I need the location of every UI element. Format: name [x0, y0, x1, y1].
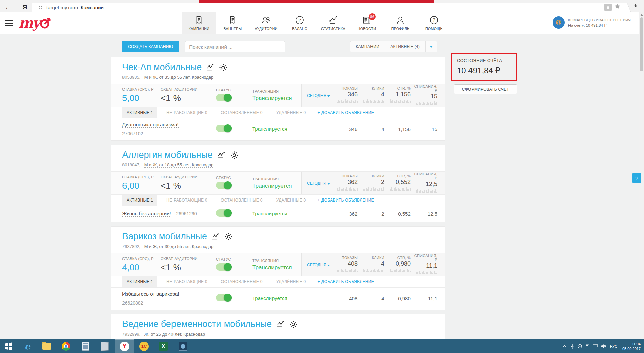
tray-volume-icon[interactable] [601, 344, 606, 348]
bookmark-star-icon[interactable] [614, 3, 621, 9]
nav-audiences[interactable]: АУДИТОРИИ [249, 12, 283, 34]
spent-value: 11,1 [411, 262, 437, 269]
account-state-box: СОСТОЯНИЕ СЧЁТА 10 491,84 ₽ [451, 53, 517, 81]
add-ad-link[interactable]: + ДОБАВИТЬ ОБЪЯВЛЕНИЕ [317, 107, 374, 118]
tray-flag-icon[interactable] [585, 344, 589, 349]
campaign-title-link[interactable]: Аллергия мобильные [122, 150, 213, 160]
nav-banners[interactable]: БАННЕРЫ [216, 12, 249, 34]
campaign-title-link[interactable]: Варикоз мобильные [122, 231, 207, 242]
taskbar-yandex-browser-icon[interactable]: Y [115, 339, 134, 353]
yandex-browser-icon[interactable]: Я [23, 3, 27, 12]
generate-invoice-button[interactable]: СФОРМИРОВАТЬ СЧЕТ [454, 84, 517, 94]
campaign-status-toggle[interactable] [216, 263, 232, 271]
download-icon[interactable] [633, 3, 638, 9]
campaign-status-toggle[interactable] [216, 182, 232, 189]
rate-value[interactable]: 6,00 [122, 181, 161, 191]
campaign-targeting-link[interactable]: Ж, от 25 до 40 лет, Краснодар [144, 332, 205, 337]
period-dropdown[interactable]: СЕГОДНЯ [307, 263, 330, 267]
filter-type[interactable]: КАМПАНИИ [350, 41, 385, 52]
ctr-value: 0,552 [384, 179, 411, 186]
ad-status-toggle[interactable] [216, 209, 232, 217]
filter-dropdown-button[interactable] [426, 41, 437, 52]
rate-value[interactable]: 5,00 [122, 93, 161, 103]
campaign-settings-icon[interactable] [225, 233, 233, 241]
campaign-targeting-link[interactable]: М и Ж, от 18 до 55 лет, Краснодар [144, 162, 213, 168]
period-dropdown[interactable]: СЕГОДНЯ [307, 181, 330, 186]
mytarget-logo[interactable]: my [19, 15, 51, 31]
start-button[interactable] [0, 339, 17, 353]
question-icon: ? [430, 15, 438, 25]
campaign-settings-icon[interactable] [219, 63, 227, 72]
nav-help[interactable]: ? ПОМОЩЬ [417, 12, 451, 34]
filter-status[interactable]: АКТИВНЫЕ (4) [385, 41, 426, 52]
campaign-settings-icon[interactable] [230, 151, 238, 159]
taskbar-excel-icon[interactable]: X [154, 339, 173, 353]
tab-not-working-ads[interactable]: НЕ РАБОТАЮЩИЕ 0 [162, 107, 212, 118]
taskbar-explorer-icon[interactable] [37, 339, 56, 353]
tray-security-icon[interactable] [578, 344, 582, 349]
refresh-icon[interactable] [38, 3, 43, 12]
browser-tab[interactable] [32, 3, 623, 12]
ruble-icon: ₽ [295, 15, 304, 25]
campaign-title-link[interactable]: Чек-Ап мобильные [122, 62, 202, 73]
campaign-status-toggle[interactable] [216, 94, 232, 101]
campaign-targeting-link[interactable]: М и Ж, от 30 до 55 лет, Краснодар [144, 244, 213, 249]
campaign-targeting-link[interactable]: М и Ж, от 35 до 55 лет, Краснодар [144, 75, 213, 80]
campaign-title-link[interactable]: Ведение беременности мобильные [122, 319, 272, 329]
tab-stopped-ads[interactable]: ОСТАНОВЛЕННЫЕ 0 [216, 276, 267, 287]
search-input[interactable] [185, 41, 285, 52]
create-campaign-button[interactable]: СОЗДАТЬ КАМПАНИЮ [122, 41, 179, 52]
taskbar-chrome-icon[interactable] [56, 339, 76, 353]
ad-name-link[interactable]: Избавьтесь от варикоза! [122, 291, 179, 297]
campaign-stats-icon[interactable] [217, 151, 226, 159]
tray-expand-icon[interactable] [563, 345, 567, 348]
security-lock-icon[interactable] [604, 4, 612, 11]
ad-status-toggle[interactable] [216, 294, 232, 301]
campaign-stats-icon[interactable] [206, 64, 214, 71]
tab-not-working-ads[interactable]: НЕ РАБОТАЮЩИЕ 0 [162, 195, 212, 206]
ad-name-link[interactable]: Диагностика организма! [122, 122, 179, 128]
tab-stopped-ads[interactable]: ОСТАНОВЛЕННЫЕ 0 [216, 195, 267, 206]
taskbar-ie-icon[interactable]: e [17, 339, 37, 353]
language-indicator[interactable]: РУС [610, 344, 617, 348]
scrollbar-thumb[interactable] [640, 17, 643, 71]
add-ad-link[interactable]: + ДОБАВИТЬ ОБЪЯВЛЕНИЕ [317, 276, 374, 287]
reach-header: ОХВАТ АУДИТОРИИ [161, 175, 216, 179]
tray-pen-icon[interactable] [570, 344, 574, 349]
tray-network-icon[interactable] [593, 344, 598, 348]
campaign-filter[interactable]: КАМПАНИИ АКТИВНЫЕ (4) [350, 41, 437, 52]
back-button[interactable]: ← [5, 3, 11, 12]
address-url[interactable]: target.my.com [46, 3, 78, 12]
help-widget-button[interactable]: ? [632, 173, 641, 183]
ad-name-link[interactable]: Жизнь без аллергии! [122, 211, 171, 217]
menu-hamburger-icon[interactable] [5, 19, 13, 27]
nav-campaigns[interactable]: КАМПАНИИ [182, 12, 216, 34]
tab-not-working-ads[interactable]: НЕ РАБОТАЮЩИЕ 0 [162, 276, 212, 287]
user-account[interactable]: @ КОМАРЕВЦЕВ ИВАН СЕРГЕЕВИЧ На счету: 10… [553, 16, 631, 29]
add-ad-link[interactable]: + ДОБАВИТЬ ОБЪЯВЛЕНИЕ [317, 195, 374, 206]
rate-value[interactable]: 4,00 [122, 262, 161, 273]
clock[interactable]: 11:04 05.09.2017 [622, 342, 641, 351]
tab-active-ads[interactable]: АКТИВНЫЕ 1 [122, 276, 157, 287]
tab-active-ads[interactable]: АКТИВНЫЕ 1 [122, 107, 157, 118]
clock-date: 05.09.2017 [622, 347, 641, 351]
taskbar-calculator-icon[interactable] [76, 339, 95, 353]
nav-balance[interactable]: ₽ БАЛАНС [283, 12, 316, 34]
tab-deleted-ads[interactable]: УДАЛЁННЫЕ 0 [272, 107, 310, 118]
period-dropdown[interactable]: СЕГОДНЯ [307, 93, 330, 98]
nav-statistics[interactable]: СТАТИСТИКА [316, 12, 350, 34]
nav-profile[interactable]: ПРОФИЛЬ [384, 12, 417, 34]
scrollbar-up-arrow[interactable] [640, 14, 643, 16]
ad-status-toggle[interactable] [216, 125, 232, 132]
nav-news[interactable]: НОВОСТИ 86 [350, 12, 384, 34]
campaign-stats-icon[interactable] [212, 233, 220, 240]
campaign-settings-icon[interactable] [289, 320, 297, 328]
taskbar-1c-icon[interactable]: 1С [134, 339, 154, 353]
campaign-stats-icon[interactable] [277, 321, 285, 328]
tab-deleted-ads[interactable]: УДАЛЁННЫЕ 0 [272, 195, 310, 206]
taskbar-notes-icon[interactable] [95, 339, 115, 353]
tab-deleted-ads[interactable]: УДАЛЁННЫЕ 0 [272, 276, 310, 287]
tab-stopped-ads[interactable]: ОСТАНОВЛЕННЫЕ 0 [216, 107, 267, 118]
taskbar-photos-icon[interactable] [173, 339, 193, 353]
tab-active-ads[interactable]: АКТИВНЫЕ 1 [122, 195, 157, 206]
